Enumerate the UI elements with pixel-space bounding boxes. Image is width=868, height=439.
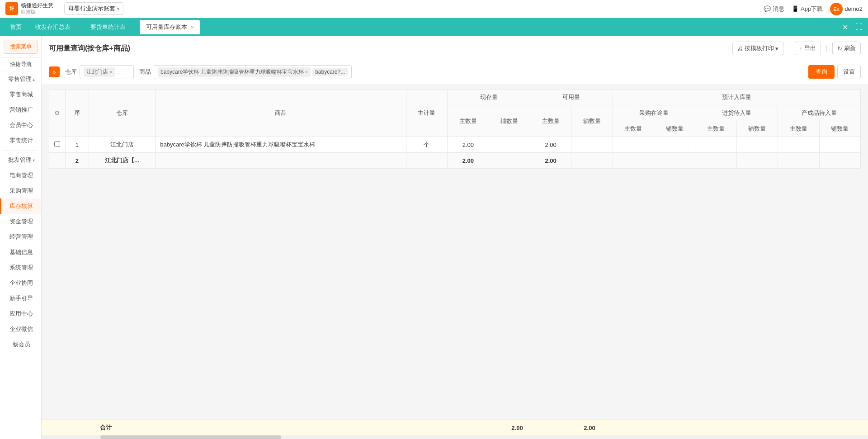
settings-button[interactable]: 设置 — [837, 65, 861, 79]
sidebar-item-new-guide[interactable]: 新手引导 — [0, 291, 41, 306]
footer-current-aux — [535, 424, 571, 432]
top-bar-left: 好 畅捷通好生意 标准版 母婴行业演示账套 ▾ — [5, 2, 123, 15]
logo-area: 好 畅捷通好生意 标准版 — [5, 2, 53, 15]
row1-no: 1 — [66, 137, 89, 153]
page-title: 可用量查询(按仓库+商品) — [49, 44, 130, 53]
divider-1 — [789, 45, 789, 52]
row1-pp-main — [778, 137, 819, 153]
sidebar-search: 搜索菜单 — [0, 36, 41, 58]
row1-pt-main — [613, 137, 654, 153]
data-table: ⚙ 序 仓库 商品 主计量 现存量 可用量 预计入库量 主数量 辅数量 主数量 — [49, 89, 861, 169]
footer-table: 合计 2.00 2.00 — [49, 424, 861, 432]
row1-ip-aux — [736, 137, 778, 153]
sidebar-item-retail-mgmt[interactable]: 零售管理 ▴ — [0, 71, 41, 87]
footer-ip-aux — [752, 424, 788, 432]
sidebar-divider-1 — [4, 150, 38, 151]
warehouse-tag-close[interactable]: × — [109, 69, 112, 75]
product-label: 商品 — [139, 68, 151, 76]
sidebar-item-retail-stats[interactable]: 零售统计 — [0, 133, 41, 148]
sidebar-item-enterprise-wechat[interactable]: 企业微信 — [0, 321, 41, 337]
quick-nav-button[interactable]: 快捷导航 — [0, 58, 41, 71]
table-settings-icon[interactable]: ⚙ — [54, 109, 60, 117]
th-available: 可用量 — [530, 90, 613, 105]
logo-icon: 好 — [5, 2, 18, 15]
sidebar-item-basic-info-label: 基础信息 — [9, 248, 33, 256]
footer-ip-main — [716, 424, 752, 432]
sidebar-item-member-center[interactable]: 会员中心 — [0, 118, 41, 133]
sidebar-item-purchase-mgmt-label: 采购管理 — [9, 187, 33, 195]
warehouse-tag: 江北门店 × — [84, 67, 115, 77]
product-input[interactable]: babycare学饮杯 儿童防摔防撞吸管杯重力球吸嘴杯宝宝水杯 × babyca… — [154, 65, 352, 79]
sidebar-item-vip-member[interactable]: 畅会员 — [0, 337, 41, 352]
tab-available-stock-close[interactable]: × — [191, 24, 193, 30]
sidebar-item-inventory-check[interactable]: 库存核算 — [0, 198, 41, 214]
footer-spacer-unit — [472, 424, 499, 432]
row1-pp-aux — [819, 137, 860, 153]
search-menu-button[interactable]: 搜索菜单 — [4, 40, 38, 54]
print-icon: 🖨 — [737, 45, 743, 52]
sidebar-item-ecommerce-mgmt-label: 电商管理 — [9, 171, 33, 179]
row2-current-aux — [489, 153, 530, 169]
th-product: 商品 — [156, 90, 406, 137]
horizontal-scrollbar[interactable] — [42, 435, 868, 439]
th-available-main: 主数量 — [530, 105, 571, 137]
tab-close-all-icon[interactable]: ✕ — [840, 22, 850, 33]
sidebar-item-member-center-label: 会员中心 — [9, 121, 33, 129]
th-current-stock: 现存量 — [448, 90, 530, 105]
footer-available-main: 2.00 — [571, 424, 608, 432]
row1-available-main: 2.00 — [530, 137, 571, 153]
sidebar-item-ops-mgmt[interactable]: 经营管理 — [0, 229, 41, 245]
warehouse-input[interactable]: 江北门店 × ... — [80, 65, 134, 79]
print-button[interactable]: 🖨 按模板打印 ▾ — [732, 42, 783, 55]
product-filter: 商品 babycare学饮杯 儿童防摔防撞吸管杯重力球吸嘴杯宝宝水杯 × bab… — [139, 65, 352, 79]
row1-product: babycare学饮杯 儿童防摔防撞吸管杯重力球吸嘴杯宝宝水杯 — [156, 137, 406, 153]
tab-expand-icon[interactable]: ⛶ — [854, 22, 864, 32]
th-purchase-transit-aux: 辅数量 — [654, 121, 695, 137]
scroll-thumb[interactable] — [100, 435, 281, 439]
row1-checkbox[interactable] — [49, 137, 66, 153]
sidebar-item-ecommerce-mgmt[interactable]: 电商管理 — [0, 168, 41, 183]
footer-spacer-settings — [49, 424, 65, 432]
table-wrapper: ⚙ 序 仓库 商品 主计量 现存量 可用量 预计入库量 主数量 辅数量 主数量 — [42, 84, 868, 420]
sidebar-item-retail-mall[interactable]: 零售商城 — [0, 87, 41, 102]
tab-receive-summary-close[interactable]: × — [74, 24, 77, 30]
export-button[interactable]: ↑ 导出 — [795, 42, 821, 55]
filter-row: » 仓库 江北门店 × ... 商品 babycare学饮杯 儿童防摔防撞吸管杯… — [42, 60, 868, 84]
sidebar-item-enterprise-collab[interactable]: 企业协同 — [0, 275, 41, 291]
message-action[interactable]: 💬 消息 — [764, 5, 784, 13]
sidebar-item-retail-mall-label: 零售商城 — [9, 90, 33, 99]
th-inbound-pending-main: 主数量 — [695, 121, 736, 137]
store-selector[interactable]: 母婴行业演示账套 ▾ — [64, 2, 123, 15]
refresh-button[interactable]: ↻ 刷新 — [832, 42, 861, 55]
footer-bar: 合计 2.00 2.00 — [42, 420, 868, 435]
sidebar-item-sys-mgmt[interactable]: 系统管理 — [0, 260, 41, 275]
tab-order-stats[interactable]: 要货单统计表 × — [84, 20, 138, 34]
tab-order-stats-close[interactable]: × — [129, 24, 132, 30]
row2-checkbox — [49, 153, 66, 169]
product-tag-2: babycare?... — [312, 68, 348, 76]
expand-button[interactable]: » — [49, 66, 60, 77]
tab-available-stock[interactable]: 可用量库存账本 × — [140, 20, 200, 34]
query-button[interactable]: 查询 — [808, 65, 835, 79]
tab-home-label: 首页 — [10, 23, 22, 31]
sidebar-item-finance-mgmt[interactable]: 资金管理 — [0, 214, 41, 229]
row1-checkbox-input[interactable] — [54, 141, 60, 147]
sidebar-item-wholesale-mgmt[interactable]: 批发管理 ▾ — [0, 152, 41, 168]
sidebar-item-app-center[interactable]: 应用中心 — [0, 306, 41, 321]
user-area[interactable]: Ea demo2 — [830, 3, 863, 15]
row2-pt-main — [613, 153, 654, 169]
app-download-action[interactable]: 📱 App下载 — [792, 5, 823, 13]
th-current-main: 主数量 — [448, 105, 489, 137]
tab-home[interactable]: 首页 — [4, 20, 28, 34]
sidebar-item-marketing[interactable]: 营销推广 — [0, 102, 41, 118]
sidebar-item-retail-mgmt-label: 零售管理 — [8, 75, 32, 83]
sidebar-item-basic-info[interactable]: 基础信息 — [0, 245, 41, 260]
sidebar-item-purchase-mgmt[interactable]: 采购管理 — [0, 183, 41, 198]
sidebar-item-retail-stats-label: 零售统计 — [9, 137, 33, 145]
warehouse-more[interactable]: ... — [117, 69, 122, 76]
page-header: 可用量查询(按仓库+商品) 🖨 按模板打印 ▾ ↑ 导出 ↻ — [42, 36, 868, 60]
refresh-icon: ↻ — [837, 45, 842, 52]
product-tag-1-close[interactable]: × — [305, 69, 308, 75]
tab-receive-summary[interactable]: 收发存汇总表 × — [29, 20, 83, 34]
th-current-aux: 辅数量 — [489, 105, 530, 137]
